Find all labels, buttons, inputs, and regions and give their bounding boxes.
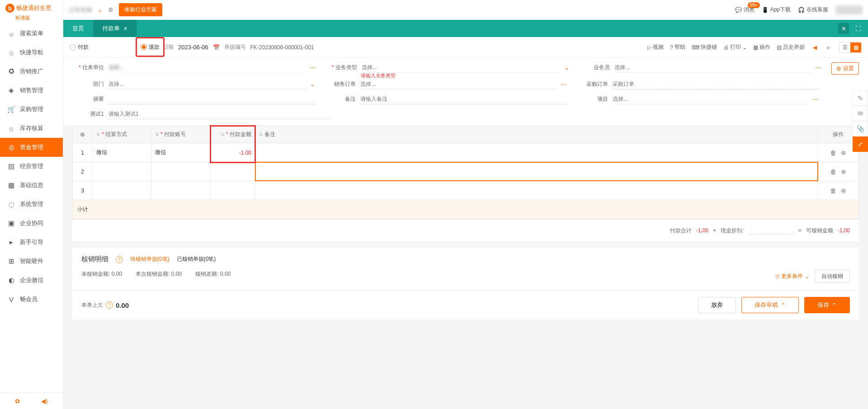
sidebar-item[interactable]: ▣企业协同 <box>0 214 63 233</box>
purchase-order-input[interactable] <box>612 79 819 89</box>
prev-doc-icon[interactable]: ◀ <box>811 44 819 51</box>
ops-icon: ▦ <box>753 44 758 51</box>
close-all-icon[interactable]: ✕ <box>838 23 849 34</box>
verify-tab-done[interactable]: 已核销单据(0笔) <box>177 255 216 263</box>
radio-refund-highlighted: 退款 <box>136 37 165 57</box>
auto-verify-button[interactable]: 自动核销 <box>815 270 850 283</box>
history-link[interactable]: ▤历史单据 <box>777 43 805 51</box>
save-button[interactable]: 保存⌃ <box>804 297 850 313</box>
test1-label: 测试1 <box>72 110 104 118</box>
operations-link[interactable]: ▦操作 <box>753 43 770 51</box>
app-download-link[interactable]: 📱 App下载 <box>762 6 791 14</box>
print-icon: 🖨 <box>723 44 729 51</box>
staff-lookup-icon[interactable]: ⋯ <box>816 64 822 71</box>
table-row[interactable]: 3 🗑 ⊕ <box>73 181 859 200</box>
project-lookup-icon[interactable]: ⋯ <box>812 96 819 103</box>
verify-section: 核销明细 ? 待核销单据(0笔) 已核销单据(0笔) 未核销金额: 0.00 本… <box>72 248 859 290</box>
verify-tab-pending[interactable]: 待核销单据(0笔) <box>130 255 170 263</box>
calendar-icon[interactable]: 📅 <box>213 44 220 51</box>
sidebar-item[interactable]: ⌕搜索菜单 <box>0 24 63 43</box>
support-link[interactable]: 🎧 在线客服 <box>798 6 828 14</box>
biztype-input[interactable] <box>361 62 561 73</box>
help-icon[interactable]: ? <box>106 301 113 309</box>
discount-input[interactable] <box>749 226 794 235</box>
delete-row-icon[interactable]: 🗑 <box>830 149 836 156</box>
sidebar-item[interactable]: ◈销售管理 <box>0 81 63 100</box>
settings-button[interactable]: ⚙ 设置 <box>831 62 859 75</box>
delete-row-icon[interactable]: 🗑 <box>830 187 836 194</box>
gear-icon[interactable]: ⚙ <box>108 6 113 13</box>
fullscreen-icon[interactable]: ⛶ <box>853 23 863 34</box>
sort-icon[interactable]: ⇅ <box>96 132 100 137</box>
chevron-down-icon[interactable]: ⌄ <box>98 6 103 13</box>
topbar: 公司名称 ⌄ ⚙ 体验行业方案 💬 消息 99+ 📱 App下载 🎧 在线客服 <box>63 0 868 20</box>
messages-link[interactable]: 💬 消息 99+ <box>735 6 755 14</box>
date-value[interactable]: 2023-06-06 <box>178 44 208 51</box>
company-input[interactable] <box>108 62 306 73</box>
shortcut-link[interactable]: ⌨快捷键 <box>692 43 717 51</box>
next-doc-icon[interactable]: ▶ <box>825 44 833 51</box>
print-link[interactable]: 🖨打印 ⌄ <box>723 43 747 51</box>
rail-inbox-icon[interactable]: ✉ <box>853 106 868 121</box>
table-row[interactable]: 1 微信 微信 -1.00 🗑 ⊕ <box>73 143 859 162</box>
rail-note-icon[interactable]: ✎ <box>853 90 868 106</box>
settings-icon[interactable]: ✿ <box>15 398 20 404</box>
sales-order-input[interactable] <box>359 79 557 89</box>
view-list-icon[interactable]: ☰ <box>840 42 850 52</box>
sidebar-item[interactable]: ⊞智能硬件 <box>0 252 63 271</box>
discard-button[interactable]: 放弃 <box>698 297 736 313</box>
tab-payment[interactable]: 付款单 ✕ <box>93 20 137 37</box>
rail-expand-icon[interactable]: ⤢ <box>853 136 868 152</box>
sort-icon[interactable]: ⇅ <box>259 132 263 137</box>
collapse-icon[interactable]: ◀) <box>41 398 47 404</box>
table-row[interactable]: 2 🗑 ⊕ <box>73 162 859 181</box>
biztype-label: 业务类型 <box>326 64 357 71</box>
sidebar-item[interactable]: ⌂快捷导航 <box>0 43 63 62</box>
sidebar-item[interactable]: ⌂库存核算 <box>0 119 63 138</box>
radio-payment[interactable] <box>70 44 76 51</box>
table-gear-header[interactable]: ⚙ <box>73 126 93 143</box>
sort-icon[interactable]: ⇅ <box>155 132 159 137</box>
close-tab-icon[interactable]: ✕ <box>123 26 127 32</box>
sidebar-item[interactable]: ▸新手引导 <box>0 233 63 252</box>
sidebar-item[interactable]: ◎资金管理 <box>0 138 63 157</box>
user-avatar[interactable] <box>835 5 863 14</box>
view-card-icon[interactable]: ▦ <box>850 42 861 52</box>
chevron-down-icon[interactable]: ⌄ <box>310 81 315 88</box>
save-draft-button[interactable]: 保存草稿⌃ <box>741 297 799 313</box>
sidebar-item[interactable]: ✪营销推广 <box>0 62 63 81</box>
sidebar-item[interactable]: ▦基础信息 <box>0 176 63 195</box>
experience-button[interactable]: 体验行业方案 <box>119 3 162 16</box>
sort-icon[interactable]: ⇅ <box>221 132 224 137</box>
company-lookup-icon[interactable]: ⋯ <box>310 64 316 71</box>
chevron-down-icon[interactable]: ⌄ <box>564 64 569 71</box>
remark-input[interactable] <box>359 94 567 104</box>
tabbar: 首页 付款单 ✕ ✕ ⛶ <box>63 20 868 37</box>
test1-input[interactable] <box>108 109 332 119</box>
sidebar-item[interactable]: ▤经营管理 <box>0 157 63 176</box>
sidebar-item[interactable]: ◌系统管理 <box>0 195 63 214</box>
rail-attach-icon[interactable]: 📎 <box>853 121 868 136</box>
add-row-icon[interactable]: ⊕ <box>841 168 846 175</box>
sidebar-item[interactable]: 🛒采购管理 <box>0 100 63 119</box>
help-icon[interactable]: ? <box>116 256 123 263</box>
help-link[interactable]: ?帮助 <box>670 43 685 51</box>
nav-label: 企业协同 <box>20 219 43 227</box>
company-selector[interactable]: 公司名称 <box>69 6 92 14</box>
add-row-icon[interactable]: ⊕ <box>841 149 846 156</box>
sidebar-item[interactable]: V畅会员 <box>0 290 63 309</box>
tab-home[interactable]: 首页 <box>63 20 93 37</box>
pay-total-label: 付款合计 <box>670 227 692 235</box>
add-row-icon[interactable]: ⊕ <box>841 187 846 194</box>
summary-input[interactable] <box>108 94 315 104</box>
sidebar-item[interactable]: ◐企业微信 <box>0 271 63 290</box>
dept-input[interactable] <box>108 79 307 89</box>
staff-input[interactable] <box>613 62 812 73</box>
sales-order-lookup-icon[interactable]: ⋯ <box>561 81 567 88</box>
video-link[interactable]: ▷视频 <box>647 43 664 51</box>
sales-order-label: 销售订单 <box>324 80 356 88</box>
delete-row-icon[interactable]: 🗑 <box>830 168 836 175</box>
more-conditions-link[interactable]: ▽ 更多条件 ⌄ <box>775 273 809 280</box>
project-input[interactable] <box>612 94 809 104</box>
radio-refund[interactable] <box>141 44 147 50</box>
